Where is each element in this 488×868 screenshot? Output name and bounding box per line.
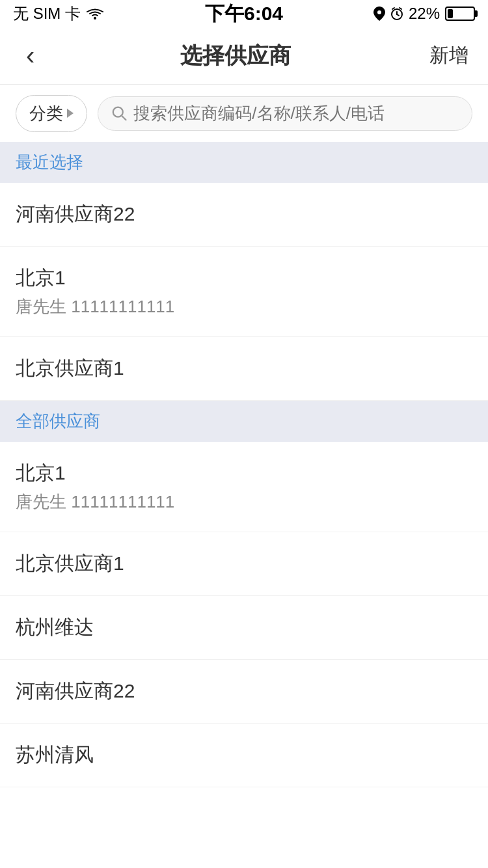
back-button[interactable]: ‹ [20,34,41,77]
search-input[interactable] [133,103,459,124]
svg-point-0 [94,17,96,20]
list-item[interactable]: 北京供应商1 [0,532,488,596]
status-right: 22% [373,5,475,23]
item-sub: 唐先生 11111111111 [16,295,472,318]
sim-label: 无 SIM 卡 [13,3,81,24]
recent-items-list: 河南供应商22北京1唐先生 11111111111北京供应商1 [0,183,488,401]
category-label: 分类 [29,102,63,125]
svg-line-4 [397,14,399,16]
chevron-right-icon [67,109,74,118]
all-items-list: 北京1唐先生 11111111111北京供应商1杭州维达河南供应商22苏州清风 [0,442,488,787]
all-section-header: 全部供应商 [0,401,488,442]
list-item[interactable]: 北京供应商1 [0,337,488,401]
item-name: 苏州清风 [16,742,472,768]
nav-bar: ‹ 选择供应商 新增 [0,27,488,85]
item-name: 北京供应商1 [16,550,472,577]
status-time: 下午6:04 [205,1,283,27]
battery-icon [445,7,475,21]
page-title: 选择供应商 [180,41,291,71]
category-filter[interactable]: 分类 [16,95,87,132]
list-item[interactable]: 北京1唐先生 11111111111 [0,247,488,337]
search-icon [111,105,127,122]
item-name: 杭州维达 [16,614,472,641]
list-item[interactable]: 河南供应商22 [0,660,488,724]
svg-line-6 [400,8,401,9]
alarm-icon [390,7,403,21]
svg-point-1 [377,10,381,14]
svg-line-5 [392,8,394,9]
list-item[interactable]: 杭州维达 [0,596,488,660]
list-item[interactable]: 河南供应商22 [0,183,488,247]
item-sub: 唐先生 11111111111 [16,491,472,513]
filter-bar: 分类 [0,85,488,142]
search-box[interactable] [98,96,472,131]
list-item[interactable]: 苏州清风 [0,724,488,787]
status-bar: 无 SIM 卡 下午6:04 22% [0,0,488,27]
svg-line-8 [122,116,126,120]
item-name: 河南供应商22 [16,201,472,228]
item-name: 北京1 [16,265,472,292]
wifi-icon [86,7,104,20]
status-left: 无 SIM 卡 [13,3,104,24]
location-icon [373,7,385,21]
add-button[interactable]: 新增 [429,42,468,69]
item-name: 河南供应商22 [16,678,472,705]
recent-section-header: 最近选择 [0,142,488,183]
item-name: 北京供应商1 [16,355,472,382]
battery-percent: 22% [409,5,440,23]
item-name: 北京1 [16,460,472,487]
list-item[interactable]: 北京1唐先生 11111111111 [0,442,488,532]
